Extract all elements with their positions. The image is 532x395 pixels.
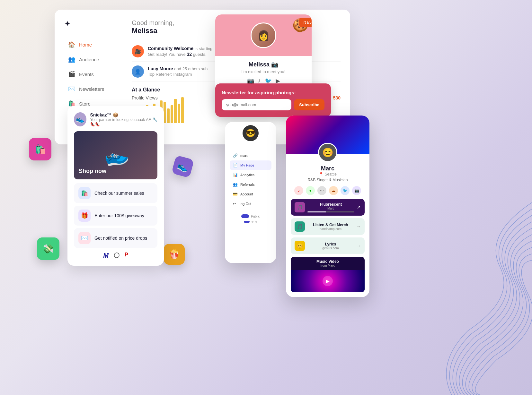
bandcamp-icon[interactable]: ⋯ bbox=[317, 186, 326, 195]
chart-bar bbox=[178, 104, 180, 123]
music-icon[interactable]: ♪ bbox=[294, 186, 303, 195]
summer-sales-icon: 🛍️ bbox=[78, 187, 91, 199]
phone-nav-mypage-label: My Page bbox=[240, 163, 254, 167]
audience-icon: 👥 bbox=[68, 56, 75, 63]
lyrics-icon: 😊 bbox=[295, 241, 305, 251]
shop-now-label: Shop now bbox=[79, 168, 106, 175]
profile-views-value: 530 bbox=[333, 95, 341, 100]
phone-nav: 🔗 marc 📄 My Page 📊 Analytics 👥 Referrals… bbox=[225, 144, 276, 212]
music-link-lyrics[interactable]: 😊 Lyrics genius.com → bbox=[291, 237, 365, 254]
phone-nav-logout[interactable]: ↩ Log Out bbox=[230, 199, 271, 209]
link-icon: 🔗 bbox=[233, 153, 238, 158]
medium-icon[interactable]: M bbox=[103, 252, 109, 259]
track-progress-bar bbox=[307, 211, 354, 212]
share-icon[interactable]: ↗ bbox=[357, 205, 361, 210]
phone-nav-account-label: Account bbox=[240, 192, 253, 196]
phone-nav-mypage[interactable]: 📄 My Page bbox=[230, 160, 271, 170]
merch-arrow-icon: → bbox=[356, 224, 361, 229]
shop-tagline: Your parnter in looking sleaaaak AF. 🔧👠👠 bbox=[90, 117, 157, 126]
dot-2 bbox=[252, 221, 253, 223]
track-artist: Marc bbox=[307, 207, 354, 210]
phone-nav-referrals[interactable]: 👥 Referrals bbox=[230, 180, 271, 189]
newsletters-icon: ✉️ bbox=[68, 85, 75, 92]
sneaker-image: 👟 bbox=[101, 141, 131, 170]
chart-bar bbox=[181, 97, 184, 123]
music-card: 😊 Marc 📍 Seattle R&B Singer & Musician ♪… bbox=[286, 116, 369, 297]
lyrics-info: Lyrics genius.com bbox=[307, 242, 354, 250]
phone-avatar: 😎 bbox=[243, 125, 259, 141]
profile-bio: I'm excited to meet you! bbox=[220, 69, 307, 74]
subscribe-button[interactable]: Subscribe bbox=[294, 99, 324, 110]
sidebar-label-home: Home bbox=[79, 42, 92, 47]
dot-1 bbox=[244, 221, 250, 223]
notif-text-1: Community Welcome is starting Get ready!… bbox=[148, 45, 212, 57]
phone-nav-analytics-label: Analytics bbox=[240, 173, 254, 177]
notif-title-1: Community Welcome bbox=[148, 46, 193, 51]
shop-link-summer[interactable]: 🛍️ Check our summer sales bbox=[74, 183, 157, 203]
float-sneaker-icon: 👟 bbox=[171, 155, 194, 178]
shop-link-notify[interactable]: ✉️ Get notified on price drops bbox=[74, 228, 157, 248]
profile-header: 🍪 👩 rt Event bbox=[215, 14, 312, 56]
phone-nav-marc[interactable]: 🔗 marc bbox=[230, 151, 271, 160]
profile-avatar: 👩 bbox=[251, 22, 276, 48]
sidebar-item-audience[interactable]: 👥 Audience bbox=[64, 53, 122, 66]
twitter-music-icon[interactable]: 🐦 bbox=[341, 186, 350, 195]
video-sub: from Marc bbox=[295, 264, 361, 267]
notif-icon-2: 👤 bbox=[132, 65, 144, 78]
instagram-shop-icon[interactable]: ◯ bbox=[114, 252, 120, 259]
summer-sales-label: Check our summer sales bbox=[94, 191, 144, 196]
shop-link-giveaway[interactable]: 🎁 Enter our 100$ giveaway bbox=[74, 206, 157, 226]
shop-banner-image: 👟 Shop now bbox=[74, 131, 157, 179]
notif-text-2: Lucy Moore and 25 others sub Top Referre… bbox=[148, 65, 208, 77]
dot-indicator bbox=[225, 218, 276, 225]
notif-body-1: Get ready! You have 32 guests. bbox=[148, 52, 212, 57]
music-link-merch[interactable]: 🎵 Listen & Get Merch bandcamp.com → bbox=[291, 218, 365, 235]
video-header: Music Video from Marc bbox=[291, 257, 365, 270]
giveaway-label: Enter our 100$ giveaway bbox=[94, 213, 144, 218]
soundcloud-icon[interactable]: ☁ bbox=[329, 186, 338, 195]
start-event-button[interactable]: rt Event bbox=[299, 18, 312, 27]
merch-name: Listen & Get Merch bbox=[307, 223, 354, 227]
sidebar-label-audience: Audience bbox=[79, 57, 99, 62]
merch-icon: 🎵 bbox=[295, 221, 305, 232]
sidebar-label-events: Events bbox=[79, 72, 94, 77]
sidebar-item-home[interactable]: 🏠 Home bbox=[64, 38, 122, 51]
chart-bar bbox=[174, 99, 177, 123]
lyrics-arrow-icon: → bbox=[356, 243, 361, 248]
music-artist-name: Marc bbox=[291, 165, 365, 172]
music-location: 📍 Seattle bbox=[291, 172, 365, 176]
video-thumbnail: ▶ bbox=[291, 270, 365, 292]
analytics-icon: 📊 bbox=[233, 173, 238, 177]
sidebar-item-newsletters[interactable]: ✉️ Newsletters bbox=[64, 82, 122, 96]
instagram-music-icon[interactable]: 📷 bbox=[352, 186, 361, 195]
phone-toggle: Public bbox=[225, 214, 276, 218]
toggle-switch[interactable] bbox=[241, 214, 249, 218]
profile-name: Melissa 📷 bbox=[220, 61, 307, 68]
phone-nav-logout-label: Log Out bbox=[239, 202, 251, 206]
shop-info: Sniekaz™ 📦 Your parnter in looking sleaa… bbox=[90, 112, 157, 126]
music-role: R&B Singer & Musician bbox=[291, 178, 365, 182]
music-avatar: 😊 bbox=[318, 143, 337, 162]
float-money-icon: 💸 bbox=[37, 237, 59, 260]
notify-icon: ✉️ bbox=[78, 232, 91, 244]
sidebar-label-store: Store bbox=[79, 101, 91, 107]
app-logo: ✦ bbox=[64, 19, 122, 28]
video-title: Music Video bbox=[295, 259, 361, 264]
notif-body-2: Top Referrer: Instagram bbox=[148, 72, 208, 77]
lyrics-sub: genius.com bbox=[307, 246, 354, 250]
notif-icon-1: 🎥 bbox=[132, 45, 144, 57]
pinterest-icon[interactable]: P bbox=[125, 252, 128, 259]
sidebar-item-events[interactable]: 🎬 Events bbox=[64, 67, 122, 81]
toggle-label: Public bbox=[251, 215, 260, 218]
lyrics-name: Lyrics bbox=[307, 242, 354, 246]
phone-nav-referrals-label: Referrals bbox=[240, 183, 255, 186]
spotify-icon[interactable]: ● bbox=[306, 186, 315, 195]
phone-nav-analytics[interactable]: 📊 Analytics bbox=[230, 170, 271, 180]
background-decoration bbox=[420, 202, 532, 395]
track-progress-fill bbox=[307, 211, 326, 212]
notify-label: Get notified on price drops bbox=[94, 236, 147, 241]
newsletter-email-input[interactable] bbox=[222, 99, 291, 110]
phone-left: 😎 🔗 marc 📄 My Page 📊 Analytics 👥 Referra… bbox=[225, 122, 276, 263]
phone-nav-account[interactable]: 💳 Account bbox=[230, 189, 271, 199]
play-button[interactable]: ▶ bbox=[323, 276, 333, 286]
